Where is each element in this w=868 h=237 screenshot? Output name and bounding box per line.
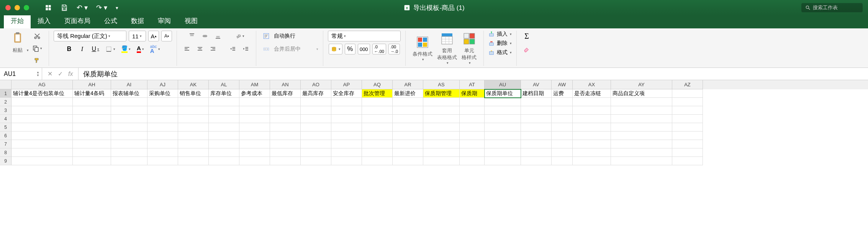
align-right-button[interactable] — [208, 44, 218, 54]
row-header[interactable]: 1 — [0, 89, 11, 98]
cell[interactable]: 保质期 — [460, 89, 485, 98]
cell[interactable] — [270, 148, 301, 157]
column-header[interactable]: AI — [111, 80, 147, 89]
copy-button[interactable] — [30, 43, 44, 54]
cell[interactable] — [270, 123, 301, 132]
cell[interactable] — [11, 115, 73, 123]
cell[interactable] — [147, 157, 178, 165]
column-header[interactable]: AP — [331, 80, 362, 89]
cell[interactable] — [485, 140, 521, 148]
cell[interactable] — [672, 140, 703, 148]
cell[interactable] — [11, 98, 73, 106]
redo-button[interactable]: ↷ ▾ — [96, 3, 107, 12]
cell[interactable] — [460, 106, 485, 115]
cell[interactable]: 安全库存 — [331, 89, 362, 98]
cell[interactable] — [611, 132, 672, 140]
comma-button[interactable]: 000 — [358, 44, 370, 54]
cell[interactable] — [111, 157, 147, 165]
cell[interactable] — [552, 106, 573, 115]
cell[interactable] — [147, 98, 178, 106]
cell[interactable] — [239, 98, 270, 106]
fx-button[interactable]: fx — [68, 71, 73, 77]
increase-indent-button[interactable] — [241, 44, 251, 54]
cell[interactable] — [573, 148, 611, 157]
column-header[interactable]: AM — [239, 80, 270, 89]
cell[interactable] — [611, 157, 672, 165]
cell[interactable] — [301, 115, 331, 123]
save-icon[interactable] — [61, 4, 68, 12]
cell[interactable]: 保质期管理 — [423, 89, 460, 98]
cell[interactable] — [270, 157, 301, 165]
cancel-formula-button[interactable]: ✕ — [47, 70, 52, 77]
cell[interactable] — [393, 123, 423, 132]
cell[interactable] — [521, 98, 552, 106]
cell[interactable] — [178, 115, 209, 123]
font-color-button[interactable]: A — [135, 44, 146, 54]
column-header[interactable]: AX — [573, 80, 611, 89]
cell[interactable] — [270, 98, 301, 106]
align-left-button[interactable] — [182, 44, 192, 54]
insert-cells-button[interactable]: 插入 ▾ — [488, 31, 512, 38]
cell[interactable] — [460, 115, 485, 123]
align-top-button[interactable] — [187, 31, 197, 41]
cell[interactable] — [521, 106, 552, 115]
cell[interactable] — [239, 140, 270, 148]
cell[interactable] — [393, 98, 423, 106]
cell[interactable] — [485, 157, 521, 165]
cell[interactable] — [11, 132, 73, 140]
fill-color-button[interactable]: 🪣 — [120, 44, 133, 54]
cell[interactable] — [362, 140, 393, 148]
cell[interactable] — [270, 106, 301, 115]
cell[interactable] — [552, 98, 573, 106]
increase-font-button[interactable]: A▴ — [148, 31, 159, 41]
cell[interactable] — [552, 157, 573, 165]
row-header[interactable]: 4 — [0, 115, 11, 123]
cell[interactable]: 最高库存 — [301, 89, 331, 98]
border-button[interactable] — [103, 44, 117, 54]
cell[interactable] — [672, 98, 703, 106]
minimize-window-button[interactable] — [15, 5, 20, 10]
format-as-table-button[interactable]: 套用 表格格式 — [435, 31, 459, 66]
cell[interactable]: 运费 — [552, 89, 573, 98]
cell[interactable] — [460, 157, 485, 165]
cell[interactable] — [460, 123, 485, 132]
cell[interactable] — [362, 106, 393, 115]
maximize-window-button[interactable] — [24, 5, 29, 10]
column-header[interactable]: AW — [552, 80, 573, 89]
cell[interactable] — [485, 115, 521, 123]
cut-button[interactable] — [30, 31, 44, 41]
cell[interactable] — [552, 115, 573, 123]
cell[interactable]: 最新进价 — [393, 89, 423, 98]
increase-decimal-button[interactable]: .0←.00 — [372, 44, 386, 54]
cell[interactable] — [393, 157, 423, 165]
cell[interactable] — [521, 132, 552, 140]
cell[interactable] — [147, 106, 178, 115]
wrap-text-button[interactable] — [261, 31, 272, 41]
cell[interactable] — [331, 115, 362, 123]
column-header[interactable]: AV — [521, 80, 552, 89]
cell[interactable] — [573, 123, 611, 132]
format-painter-button[interactable] — [30, 55, 44, 66]
cell[interactable] — [147, 115, 178, 123]
align-bottom-button[interactable] — [213, 31, 223, 41]
cell[interactable] — [178, 157, 209, 165]
cell[interactable] — [485, 132, 521, 140]
number-format-select[interactable]: 常规 — [328, 31, 401, 41]
cell[interactable] — [423, 106, 460, 115]
cell[interactable] — [111, 132, 147, 140]
cell[interactable] — [11, 148, 73, 157]
cell[interactable] — [301, 157, 331, 165]
cell[interactable] — [209, 132, 239, 140]
cell[interactable] — [573, 157, 611, 165]
cell[interactable] — [611, 140, 672, 148]
cell[interactable] — [393, 115, 423, 123]
name-box[interactable]: AU1 ▲▼ — [0, 68, 42, 80]
cell[interactable] — [362, 123, 393, 132]
formula-input[interactable]: 保质期单位 — [79, 69, 868, 79]
cell[interactable] — [11, 157, 73, 165]
cell[interactable] — [521, 148, 552, 157]
column-header[interactable]: AU — [485, 80, 521, 89]
namebox-stepper[interactable]: ▲▼ — [36, 71, 39, 77]
ribbon-tab-3[interactable]: 公式 — [97, 13, 124, 28]
autosum-button[interactable]: Σ — [521, 31, 532, 41]
